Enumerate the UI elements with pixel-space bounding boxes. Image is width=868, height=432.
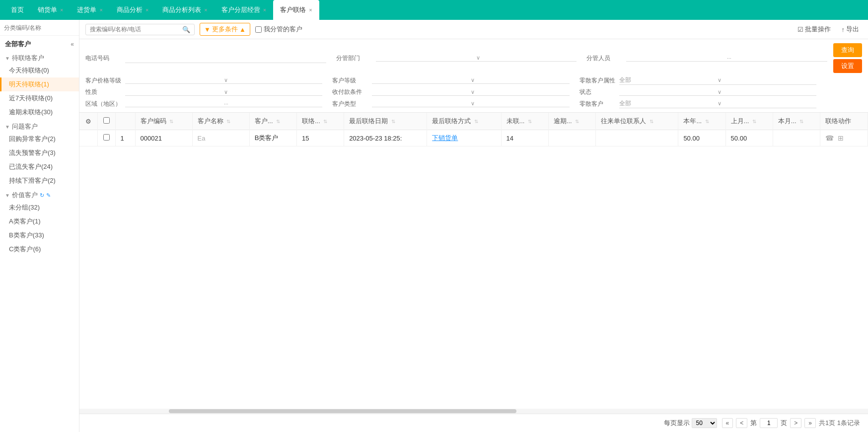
- col-unit-contact-header[interactable]: 往来单位联系人 ⇅: [596, 113, 678, 130]
- filter-customer-level: 客户等级 ∨: [332, 76, 569, 85]
- col-last-month-header[interactable]: 上月... ⇅: [725, 113, 773, 130]
- close-icon[interactable]: ×: [263, 7, 266, 13]
- batch-operation-button[interactable]: ☑ 批量操作: [795, 23, 834, 35]
- select-all-checkbox[interactable]: [103, 117, 110, 124]
- sidebar-item-class-b[interactable]: B类客户(33): [0, 228, 79, 242]
- nature-select[interactable]: ∨: [125, 89, 322, 96]
- more-icon: ···: [727, 55, 827, 61]
- my-customer-check-input[interactable]: [255, 26, 262, 33]
- nav-customer-segment[interactable]: 客户分层经营 ×: [215, 0, 273, 20]
- col-actions-header: 联络动作: [820, 113, 868, 130]
- col-contact-header[interactable]: 联络... ⇅: [296, 113, 344, 130]
- sidebar-item-overdue-contact[interactable]: 逾期未联络(30): [0, 105, 79, 119]
- filter-person: 分管人员 ···: [586, 54, 827, 63]
- horizontal-scrollbar[interactable]: [79, 409, 868, 414]
- row-this-month: [773, 130, 820, 146]
- phone-input[interactable]: [125, 54, 326, 63]
- col-code-header[interactable]: 客户编码 ⇅: [135, 113, 192, 130]
- sidebar-item-repurchase-anomaly[interactable]: 回购异常客户(2): [0, 132, 79, 146]
- filter-nature: 性质 ∨: [85, 88, 322, 96]
- gear-icon[interactable]: ⚙: [85, 118, 91, 125]
- edit-icon[interactable]: ✎: [46, 192, 51, 199]
- retail-attr-select[interactable]: 全部 ∨: [619, 76, 816, 85]
- sort-icon: ⇅: [323, 119, 327, 124]
- next-page-button[interactable]: >: [790, 418, 801, 428]
- nav-sales-order[interactable]: 销货单 ×: [31, 0, 70, 20]
- customer-level-select[interactable]: ∨: [372, 77, 569, 84]
- sidebar-item-tomorrow-contact[interactable]: 明天待联络(1): [0, 77, 79, 91]
- col-this-year-header[interactable]: 本年... ⇅: [678, 113, 725, 130]
- sidebar-all-customers[interactable]: 全部客户 «: [0, 36, 79, 51]
- status-select[interactable]: ∨: [619, 89, 816, 96]
- page-size-select[interactable]: 50 100 200: [692, 418, 717, 428]
- contact-method-link[interactable]: 下销货单: [432, 134, 458, 142]
- row-code: 000021: [135, 130, 192, 146]
- sidebar-item-churned[interactable]: 已流失客户(24): [0, 160, 79, 174]
- chevron-down-icon: ∨: [718, 77, 816, 83]
- sidebar-group-problem: 问题客户: [0, 119, 79, 132]
- close-icon[interactable]: ×: [145, 7, 148, 13]
- person-select[interactable]: ···: [626, 55, 827, 62]
- sidebar-group-value: 价值客户 ↻ ✎: [0, 188, 79, 201]
- refresh-icon[interactable]: ↻: [40, 192, 44, 199]
- region-select[interactable]: ···: [125, 101, 322, 107]
- nav-product-analysis[interactable]: 商品分析 ×: [110, 0, 155, 20]
- scrollbar-thumb[interactable]: [169, 409, 516, 413]
- more-filter-button[interactable]: ▼ 更多条件 ▲: [200, 23, 250, 36]
- phone-action-icon[interactable]: ☎: [825, 134, 834, 142]
- search-input[interactable]: [90, 26, 182, 33]
- sidebar-search-input[interactable]: [4, 24, 78, 31]
- search-icon[interactable]: 🔍: [182, 26, 190, 33]
- price-level-select[interactable]: ∨: [125, 77, 322, 84]
- row-customer-type: B类客户: [249, 130, 296, 146]
- my-customer-checkbox[interactable]: 我分管的客户: [255, 25, 302, 34]
- advanced-filter-panel: 电话号码 分管部门 ∨ 分管人员 ···: [79, 39, 868, 113]
- settings-button[interactable]: 设置: [833, 59, 862, 73]
- close-icon[interactable]: ×: [60, 7, 63, 13]
- dept-select[interactable]: ∨: [376, 55, 577, 62]
- nav-product-analysis-list[interactable]: 商品分析列表 ×: [155, 0, 214, 20]
- sidebar-item-today-contact[interactable]: 今天待联络(0): [0, 64, 79, 77]
- col-name-header[interactable]: 客户名称 ⇅: [192, 113, 249, 130]
- row-unit-contact: [596, 130, 678, 146]
- filter-phone: 电话号码: [85, 54, 326, 63]
- col-this-month-header[interactable]: 本月... ⇅: [773, 113, 820, 130]
- nav-customer-contact[interactable]: 客户联络 ×: [273, 0, 319, 20]
- customer-type-select[interactable]: ∨: [372, 100, 569, 107]
- close-icon[interactable]: ×: [204, 7, 207, 13]
- sidebar-item-declining[interactable]: 持续下滑客户(2): [0, 174, 79, 188]
- search-box: 🔍: [85, 24, 195, 35]
- col-gear-header: ⚙: [79, 113, 97, 130]
- row-check: [97, 130, 115, 146]
- row-no: 1: [115, 130, 135, 146]
- export-button[interactable]: ↑ 导出: [839, 23, 863, 35]
- query-button[interactable]: 查询: [833, 43, 862, 57]
- sidebar-item-class-a[interactable]: A类客户(1): [0, 215, 79, 228]
- sidebar-item-7day-contact[interactable]: 近7天待联络(0): [0, 91, 79, 105]
- sort-icon: ⇅: [650, 119, 653, 124]
- sidebar-item-churn-warning[interactable]: 流失预警客户(3): [0, 146, 79, 160]
- content-area: 🔍 ▼ 更多条件 ▲ 我分管的客户 ☑ 批量操作 ↑ 导出: [79, 20, 868, 432]
- retail-select[interactable]: 全部 ∨: [619, 99, 816, 108]
- col-overdue-header[interactable]: 逾期... ⇅: [548, 113, 595, 130]
- sidebar-item-class-c[interactable]: C类客户(6): [0, 242, 79, 256]
- filter-region: 区域（地区） ···: [85, 100, 322, 108]
- col-uncontacted-header[interactable]: 未联... ⇅: [501, 113, 548, 130]
- prev-page-button[interactable]: <: [736, 418, 747, 428]
- col-last-contact-date-header[interactable]: 最后联络日期 ⇅: [344, 113, 427, 130]
- grid-action-icon[interactable]: ⊞: [838, 134, 844, 142]
- sidebar-item-ungrouped[interactable]: 未分组(32): [0, 201, 79, 215]
- payment-select[interactable]: ∨: [372, 89, 569, 96]
- first-page-button[interactable]: «: [722, 418, 733, 428]
- nav-home[interactable]: 首页: [4, 0, 31, 20]
- col-last-contact-method-header[interactable]: 最后联络方式 ⇅: [427, 113, 501, 130]
- close-icon[interactable]: ×: [99, 7, 102, 13]
- col-customer-type-header[interactable]: 客户... ⇅: [249, 113, 296, 130]
- last-page-button[interactable]: »: [804, 418, 816, 428]
- close-icon[interactable]: ×: [309, 7, 312, 13]
- filter-row-3: 性质 ∨ 收付款条件 ∨ 状态: [85, 88, 862, 96]
- row-checkbox[interactable]: [103, 134, 110, 141]
- page-number-input[interactable]: [760, 418, 778, 428]
- chevron-left-icon[interactable]: «: [71, 41, 74, 48]
- nav-purchase-order[interactable]: 进货单 ×: [70, 0, 109, 20]
